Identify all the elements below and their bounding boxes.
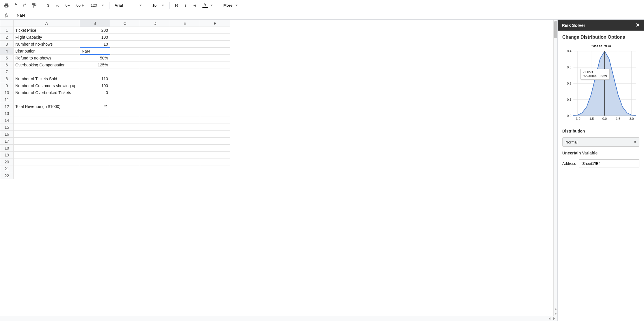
- cell-E20[interactable]: [170, 158, 200, 165]
- cell-F11[interactable]: [200, 96, 230, 103]
- cell-D2[interactable]: [140, 34, 170, 41]
- cell-C13[interactable]: [110, 110, 140, 117]
- cell-E19[interactable]: [170, 152, 200, 158]
- cell-C9[interactable]: [110, 82, 140, 89]
- font-family-dropdown[interactable]: Arial: [112, 1, 144, 10]
- cell-F16[interactable]: [200, 131, 230, 138]
- cell-C12[interactable]: [110, 103, 140, 110]
- cell-B19[interactable]: [80, 152, 110, 158]
- cell-D3[interactable]: [140, 41, 170, 48]
- cell-C8[interactable]: [110, 75, 140, 82]
- font-size-dropdown[interactable]: 10: [150, 1, 166, 10]
- cell-E18[interactable]: [170, 145, 200, 152]
- row-header-8[interactable]: 8: [0, 75, 14, 82]
- row-header-16[interactable]: 16: [0, 131, 14, 138]
- row-header-10[interactable]: 10: [0, 89, 14, 96]
- cell-B16[interactable]: [80, 131, 110, 138]
- column-header-B[interactable]: B: [80, 20, 110, 27]
- cell-E5[interactable]: [170, 55, 200, 61]
- cell-F5[interactable]: [200, 55, 230, 61]
- row-header-12[interactable]: 12: [0, 103, 14, 110]
- row-header-2[interactable]: 2: [0, 34, 14, 41]
- cell-D9[interactable]: [140, 82, 170, 89]
- cell-C19[interactable]: [110, 152, 140, 158]
- cell-E11[interactable]: [170, 96, 200, 103]
- row-header-17[interactable]: 17: [0, 138, 14, 145]
- cell-E10[interactable]: [170, 89, 200, 96]
- cell-A6[interactable]: Overbooking Compensation: [14, 61, 80, 68]
- cell-D22[interactable]: [140, 172, 170, 179]
- cell-D15[interactable]: [140, 124, 170, 131]
- cell-B21[interactable]: [80, 165, 110, 172]
- row-header-21[interactable]: 21: [0, 165, 14, 172]
- cell-B2[interactable]: 100: [80, 34, 110, 41]
- cell-F15[interactable]: [200, 124, 230, 131]
- sheet-nav-left-icon[interactable]: [549, 317, 550, 320]
- cell-D14[interactable]: [140, 117, 170, 124]
- sheet-scroll-area[interactable]: ABCDEF1Ticket Price2002Flight Capacity10…: [0, 20, 557, 316]
- select-all-corner[interactable]: [0, 20, 14, 27]
- column-header-A[interactable]: A: [14, 20, 80, 27]
- cell-E21[interactable]: [170, 165, 200, 172]
- cell-D1[interactable]: [140, 27, 170, 34]
- cell-C20[interactable]: [110, 158, 140, 165]
- cell-B22[interactable]: [80, 172, 110, 179]
- number-format-dropdown[interactable]: 123: [87, 1, 106, 10]
- cell-C2[interactable]: [110, 34, 140, 41]
- cell-F13[interactable]: [200, 110, 230, 117]
- italic-button[interactable]: I: [182, 1, 190, 10]
- cell-F3[interactable]: [200, 41, 230, 48]
- cell-D11[interactable]: [140, 96, 170, 103]
- currency-button[interactable]: $: [44, 1, 52, 10]
- cell-F8[interactable]: [200, 75, 230, 82]
- distribution-chart[interactable]: 'Sheet1'!B4 0.00.10.20.30.4-3.0-1.50.01.…: [562, 44, 639, 125]
- cell-B20[interactable]: [80, 158, 110, 165]
- cell-A13[interactable]: [14, 110, 80, 117]
- cell-B11[interactable]: [80, 96, 110, 103]
- row-header-20[interactable]: 20: [0, 158, 14, 165]
- cell-E17[interactable]: [170, 138, 200, 145]
- sheet-nav-right-icon[interactable]: [553, 317, 555, 320]
- row-header-14[interactable]: 14: [0, 117, 14, 124]
- cell-E12[interactable]: [170, 103, 200, 110]
- column-header-D[interactable]: D: [140, 20, 170, 27]
- cell-C3[interactable]: [110, 41, 140, 48]
- cell-D8[interactable]: [140, 75, 170, 82]
- cell-B15[interactable]: [80, 124, 110, 131]
- cell-B5[interactable]: 50%: [80, 55, 110, 61]
- cell-E16[interactable]: [170, 131, 200, 138]
- cell-A21[interactable]: [14, 165, 80, 172]
- cell-A4[interactable]: Distribution: [14, 48, 80, 55]
- cell-A11[interactable]: [14, 96, 80, 103]
- cell-E4[interactable]: [170, 48, 200, 55]
- cell-C1[interactable]: [110, 27, 140, 34]
- cell-B10[interactable]: 0: [80, 89, 110, 96]
- cell-A1[interactable]: Ticket Price: [14, 27, 80, 34]
- cell-C17[interactable]: [110, 138, 140, 145]
- cell-E8[interactable]: [170, 75, 200, 82]
- cell-A2[interactable]: Flight Capacity: [14, 34, 80, 41]
- cell-C11[interactable]: [110, 96, 140, 103]
- row-header-18[interactable]: 18: [0, 145, 14, 152]
- redo-icon[interactable]: [21, 1, 29, 10]
- close-icon[interactable]: ✕: [636, 22, 640, 28]
- cell-E6[interactable]: [170, 61, 200, 68]
- decrease-decimals-button[interactable]: .0: [63, 1, 72, 10]
- cell-E1[interactable]: [170, 27, 200, 34]
- cell-A20[interactable]: [14, 158, 80, 165]
- cell-F4[interactable]: [200, 48, 230, 55]
- row-header-5[interactable]: 5: [0, 55, 14, 61]
- cell-C15[interactable]: [110, 124, 140, 131]
- cell-F7[interactable]: [200, 68, 230, 75]
- cell-E7[interactable]: [170, 68, 200, 75]
- row-header-4[interactable]: 4: [0, 48, 14, 55]
- cell-D5[interactable]: [140, 55, 170, 61]
- cell-A18[interactable]: [14, 145, 80, 152]
- cell-F17[interactable]: [200, 138, 230, 145]
- cell-F9[interactable]: [200, 82, 230, 89]
- address-input[interactable]: [579, 159, 639, 167]
- cell-C7[interactable]: [110, 68, 140, 75]
- cell-A7[interactable]: [14, 68, 80, 75]
- cell-A10[interactable]: Number of Overbooked Tickets: [14, 89, 80, 96]
- row-header-1[interactable]: 1: [0, 27, 14, 34]
